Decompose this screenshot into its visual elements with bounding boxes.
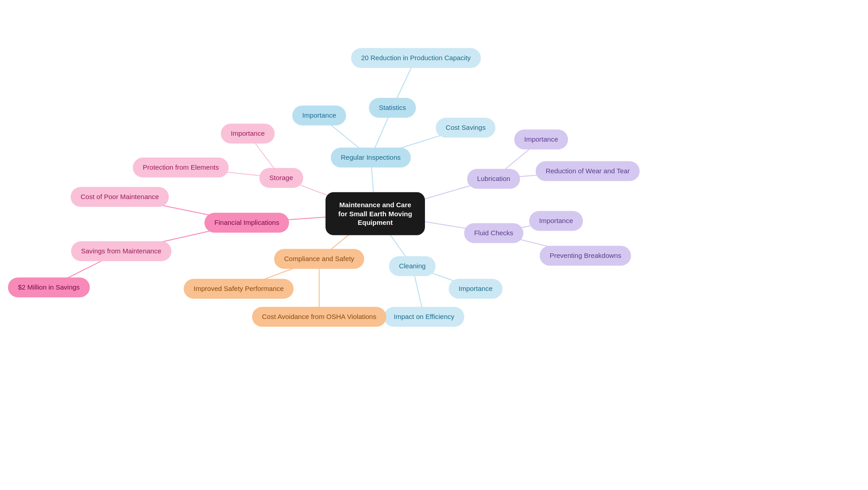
node-financial_implications: Financial Implications	[204, 213, 289, 233]
node-statistics: Statistics	[369, 98, 416, 118]
node-lubrication: Lubrication	[467, 169, 520, 189]
node-importance_st: Importance	[221, 124, 274, 143]
node-reduction_production: 20 Reduction in Production Capacity	[351, 48, 481, 68]
node-improved_safety: Improved Safety Performance	[184, 279, 293, 299]
node-preventing_breakdowns: Preventing Breakdowns	[540, 246, 631, 266]
node-two_million_savings: $2 Million in Savings	[8, 277, 90, 297]
node-protection_elements: Protection from Elements	[133, 157, 229, 177]
node-importance_lub: Importance	[514, 129, 568, 149]
node-reduction_wear: Reduction of Wear and Tear	[536, 161, 640, 181]
node-fluid_checks: Fluid Checks	[464, 223, 524, 243]
node-savings_maintenance: Savings from Maintenance	[71, 241, 171, 261]
node-regular_inspections: Regular Inspections	[331, 147, 411, 167]
node-cost_avoidance: Cost Avoidance from OSHA Violations	[252, 307, 387, 327]
node-center: Maintenance and Care for Small Earth Mov…	[326, 192, 425, 235]
node-cost_poor_maintenance: Cost of Poor Maintenance	[71, 187, 169, 207]
node-importance_cl: Importance	[448, 279, 502, 299]
node-compliance_safety: Compliance and Safety	[274, 249, 364, 269]
node-impact_efficiency: Impact on Efficiency	[384, 307, 464, 327]
node-cost_savings: Cost Savings	[436, 118, 495, 138]
node-cleaning: Cleaning	[389, 256, 435, 276]
node-importance_fc: Importance	[529, 211, 583, 231]
node-storage: Storage	[259, 168, 303, 188]
mind-map: Maintenance and Care for Small Earth Mov…	[0, 0, 868, 490]
node-importance_ri: Importance	[292, 105, 346, 125]
